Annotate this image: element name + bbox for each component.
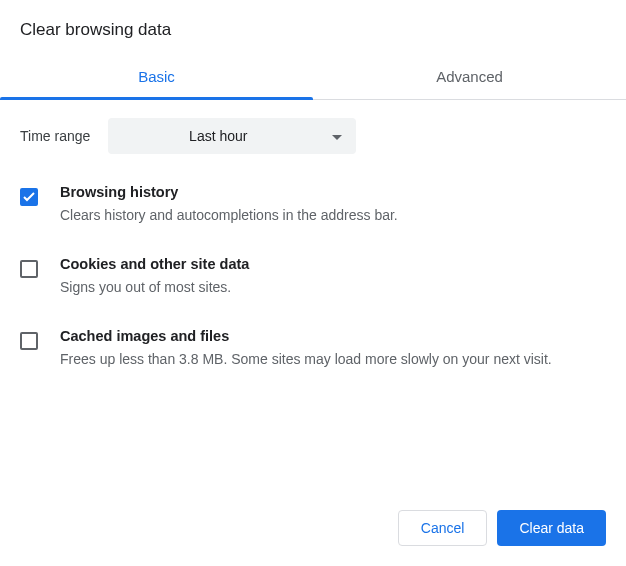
option-description: Signs you out of most sites. bbox=[60, 277, 606, 298]
option-description: Frees up less than 3.8 MB. Some sites ma… bbox=[60, 349, 606, 370]
dialog-content: Time range Last hour Browsing history Cl… bbox=[0, 100, 626, 494]
option-description: Clears history and autocompletions in th… bbox=[60, 205, 606, 226]
option-text: Cookies and other site data Signs you ou… bbox=[60, 256, 606, 298]
dialog-footer: Cancel Clear data bbox=[0, 494, 626, 566]
option-text: Cached images and files Frees up less th… bbox=[60, 328, 606, 370]
tab-advanced[interactable]: Advanced bbox=[313, 56, 626, 99]
option-title: Cached images and files bbox=[60, 328, 606, 344]
tab-basic[interactable]: Basic bbox=[0, 56, 313, 99]
option-text: Browsing history Clears history and auto… bbox=[60, 184, 606, 226]
clear-data-button[interactable]: Clear data bbox=[497, 510, 606, 546]
option-cached: Cached images and files Frees up less th… bbox=[20, 328, 606, 370]
time-range-selected-value: Last hour bbox=[189, 128, 247, 144]
time-range-row: Time range Last hour bbox=[20, 118, 606, 154]
option-title: Browsing history bbox=[60, 184, 606, 200]
option-title: Cookies and other site data bbox=[60, 256, 606, 272]
option-browsing-history: Browsing history Clears history and auto… bbox=[20, 184, 606, 226]
checkbox-cached[interactable] bbox=[20, 332, 38, 350]
option-cookies: Cookies and other site data Signs you ou… bbox=[20, 256, 606, 298]
check-icon bbox=[23, 192, 35, 202]
tab-advanced-label: Advanced bbox=[436, 68, 503, 85]
clear-browsing-data-dialog: Clear browsing data Basic Advanced Time … bbox=[0, 0, 626, 566]
dialog-title: Clear browsing data bbox=[0, 0, 626, 56]
time-range-select-wrap: Last hour bbox=[108, 118, 356, 154]
tab-basic-label: Basic bbox=[138, 68, 175, 85]
time-range-label: Time range bbox=[20, 128, 90, 144]
cancel-button[interactable]: Cancel bbox=[398, 510, 488, 546]
tab-bar: Basic Advanced bbox=[0, 56, 626, 100]
checkbox-browsing-history[interactable] bbox=[20, 188, 38, 206]
checkbox-cookies[interactable] bbox=[20, 260, 38, 278]
time-range-select[interactable]: Last hour bbox=[108, 118, 356, 154]
